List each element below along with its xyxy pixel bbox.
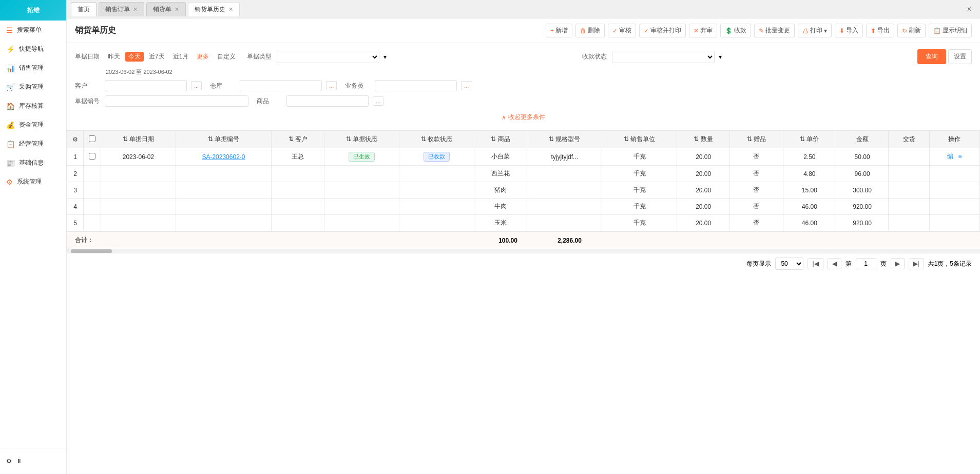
select-all-checkbox[interactable]: [89, 135, 95, 142]
shortcut-custom[interactable]: 自定义: [214, 52, 239, 62]
page-size-select[interactable]: 50 100 200: [775, 258, 803, 270]
cell-action: [929, 182, 979, 199]
ops-mgmt-icon: 📋: [6, 140, 15, 148]
sidebar-item-fund-mgmt[interactable]: 💰 资金管理: [0, 115, 66, 134]
prev-page-btn[interactable]: ◀: [828, 258, 841, 269]
row-checkbox[interactable]: [89, 153, 95, 160]
first-page-btn[interactable]: |◀: [808, 258, 823, 269]
cell-unit-price: 4.80: [783, 166, 836, 182]
filter-doc-date: 单据日期 昨天 今天 近7天 近1月 更多 自定义: [75, 52, 239, 62]
sidebar-item-sys-mgmt[interactable]: ⚙ 系统管理: [0, 172, 66, 191]
audit-button[interactable]: ✓ 审核: [608, 24, 636, 37]
cell-checkbox[interactable]: [84, 182, 101, 199]
table-row: 2 西兰花 千克 20.00 否 4.80 96.00: [67, 166, 980, 182]
col-gift[interactable]: ⇅ 赠品: [730, 131, 783, 148]
print-button[interactable]: 🖨 打印 ▾: [798, 24, 832, 37]
shortcut-1month[interactable]: 近1月: [170, 52, 192, 62]
cell-checkbox[interactable]: [84, 148, 101, 166]
tab-sales-order[interactable]: 销售订单 ✕: [99, 2, 144, 16]
cell-checkbox[interactable]: [84, 166, 101, 182]
shortcut-yesterday[interactable]: 昨天: [105, 52, 123, 62]
total-amount: 2,286.00: [544, 237, 595, 244]
col-quantity[interactable]: ⇅ 数量: [677, 131, 729, 148]
sidebar-settings-btn[interactable]: ⚙ ⏸: [0, 452, 66, 470]
abandon-button[interactable]: ✕ 弃审: [689, 24, 717, 37]
last-page-btn[interactable]: ▶|: [909, 258, 924, 269]
col-doc-status[interactable]: ⇅ 单据状态: [324, 131, 399, 148]
basic-info-icon: 📰: [6, 159, 15, 167]
setting-button[interactable]: 设置: [948, 49, 972, 64]
add-button[interactable]: + 新增: [546, 24, 572, 37]
collect-button[interactable]: 💲 收款: [720, 24, 751, 37]
batch-change-button[interactable]: ✎ 批量变更: [754, 24, 795, 37]
sidebar-item-purchase-mgmt[interactable]: 🛒 采购管理: [0, 77, 66, 96]
export-button[interactable]: ⬆ 导出: [866, 24, 894, 37]
cell-checkbox[interactable]: [84, 199, 101, 215]
abandon-icon: ✕: [694, 27, 699, 34]
sidebar-item-inventory-calc[interactable]: 🏠 库存核算: [0, 96, 66, 115]
sidebar-item-quick-nav[interactable]: ⚡ 快捷导航: [0, 40, 66, 58]
shortcut-7days[interactable]: 近7天: [146, 52, 168, 62]
doc-no-input[interactable]: [105, 95, 248, 107]
refresh-button[interactable]: ↻ 刷新: [897, 24, 926, 37]
cell-spec: tyjyjtyjdf...: [527, 148, 602, 166]
col-spec[interactable]: ⇅ 规格型号: [527, 131, 602, 148]
cell-row-num: 5: [67, 215, 84, 231]
tab-sales-history-close[interactable]: ✕: [228, 6, 233, 13]
sidebar-item-basic-info[interactable]: 📰 基础信息: [0, 153, 66, 172]
col-checkbox[interactable]: [84, 131, 101, 148]
purchase-mgmt-icon: 🛒: [6, 83, 15, 91]
shortcut-more[interactable]: 更多: [194, 52, 212, 62]
tab-home[interactable]: 首页: [71, 2, 97, 16]
warehouse-search-btn[interactable]: ...: [326, 81, 337, 90]
page-title: 销货单历史: [75, 25, 116, 36]
staff-input[interactable]: [375, 80, 457, 91]
doc-no-link[interactable]: SA-20230602-0: [202, 153, 245, 161]
receipt-status-select[interactable]: [612, 51, 715, 63]
doc-type-select[interactable]: [277, 51, 379, 63]
col-sales-unit[interactable]: ⇅ 销售单位: [602, 131, 677, 148]
next-page-btn[interactable]: ▶: [891, 258, 905, 269]
cell-gift: 否: [730, 215, 783, 231]
sidebar-bottom: ⚙ ⏸: [0, 448, 66, 474]
staff-search-btn[interactable]: ...: [461, 81, 472, 90]
page-number-input[interactable]: [856, 258, 876, 269]
show-detail-button[interactable]: 📋 显示明细: [929, 24, 972, 37]
col-doc-no[interactable]: ⇅ 单据编号: [176, 131, 271, 148]
cell-checkbox[interactable]: [84, 215, 101, 231]
scroll-track[interactable]: [67, 249, 980, 253]
goods-search-btn[interactable]: ...: [373, 96, 383, 106]
table-footer: 合计： 100.00 2,286.00: [67, 231, 980, 249]
edit-action-btn[interactable]: 编: [947, 153, 953, 160]
tab-sales-history[interactable]: 销货单历史 ✕: [188, 2, 240, 16]
import-button[interactable]: ⬇ 导入: [835, 24, 863, 37]
shortcut-today[interactable]: 今天: [125, 52, 144, 62]
col-doc-date[interactable]: ⇅ 单据日期: [101, 131, 176, 148]
tab-sales-goods[interactable]: 销货单 ✕: [146, 2, 186, 16]
sidebar-item-search-menu[interactable]: ☰ 搜索菜单: [0, 21, 66, 40]
more-action-btn[interactable]: ≡: [958, 153, 962, 160]
goods-input[interactable]: [286, 95, 369, 107]
receipt-status-badge: 已收款: [424, 152, 450, 162]
window-close-btn[interactable]: ✕: [963, 4, 976, 15]
col-goods[interactable]: ⇅ 商品: [474, 131, 527, 148]
warehouse-input[interactable]: [240, 80, 322, 91]
cell-quantity: 20.00: [677, 199, 729, 215]
col-settings[interactable]: ⚙: [67, 131, 84, 148]
customer-search-btn[interactable]: ...: [191, 81, 202, 90]
tab-sales-order-close[interactable]: ✕: [133, 6, 138, 13]
sidebar-item-ops-mgmt[interactable]: 📋 经营管理: [0, 134, 66, 153]
audit-print-button[interactable]: ✓ 审核并打印: [639, 24, 686, 37]
collapse-filter-btn[interactable]: ∧ 收起更多条件: [499, 111, 547, 124]
cell-spec: [527, 199, 602, 215]
query-button[interactable]: 查询: [917, 49, 946, 64]
sidebar-item-sales-mgmt[interactable]: 📊 销售管理: [0, 58, 66, 77]
delete-button[interactable]: 🗑 删除: [575, 24, 605, 37]
col-unit-price[interactable]: ⇅ 单价: [783, 131, 836, 148]
cell-customer: [272, 182, 324, 199]
col-customer[interactable]: ⇅ 客户: [272, 131, 324, 148]
col-receipt-status[interactable]: ⇅ 收款状态: [399, 131, 474, 148]
table-row: 3 猪肉 千克 20.00 否 15.00 300.00: [67, 182, 980, 199]
tab-sales-goods-close[interactable]: ✕: [175, 6, 179, 13]
customer-input[interactable]: [105, 80, 187, 91]
